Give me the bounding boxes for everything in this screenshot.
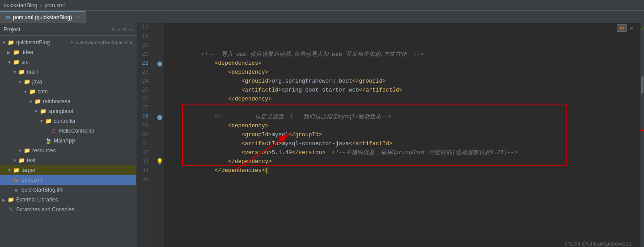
- editor-area: 18 19 20 21 22 23 24 25 26 27 28 29 30 3…: [136, 23, 644, 247]
- tree-label: quickstartBlog.iml: [21, 187, 134, 193]
- sync-icon[interactable]: ⊕: [111, 26, 114, 33]
- gutter-23: [155, 68, 164, 77]
- folder-icon: 📁: [34, 98, 41, 105]
- line-num-22: 22: [136, 59, 151, 68]
- tree-item-test[interactable]: ▼ 📁 test: [0, 155, 136, 165]
- arrow-icon: ▼: [39, 119, 45, 124]
- gutter-32: [155, 148, 164, 157]
- tree-item-resources[interactable]: ▼ 📁 resources: [0, 146, 136, 155]
- tree-item-external-libs[interactable]: ▶ 📁 External Libraries: [0, 195, 136, 205]
- tree-item-controller[interactable]: ▼ 📁 controller: [0, 116, 136, 126]
- tree-label: target: [21, 167, 134, 173]
- comment-text: <!-- 导入 web 项目场景启动器,会自动导入和 web 开发相关依赖,非常…: [201, 51, 424, 58]
- settings-icon[interactable]: ⚙: [123, 26, 127, 33]
- xml-icon: 𝗺: [5, 14, 10, 20]
- line-num-28: 28: [136, 113, 151, 121]
- tree-item-target[interactable]: ▼ 📁 target: [0, 165, 136, 175]
- maven-button[interactable]: 𝗺: [617, 24, 627, 32]
- gutter-33: 💡: [155, 157, 164, 166]
- minimize-icon[interactable]: —: [129, 26, 132, 33]
- tree-item-idea[interactable]: ▶ 📁 .idea: [0, 47, 136, 57]
- gutter-27: [155, 104, 164, 113]
- folder-icon: 📁: [45, 117, 52, 125]
- gutter-19: [155, 32, 164, 41]
- line-num-34: 34: [136, 166, 151, 175]
- iml-icon: ■: [13, 186, 20, 193]
- tab-pom-xml[interactable]: 𝗺 pom.xml (quickstartBlog) ✕: [0, 11, 86, 23]
- folder-icon: 📁: [23, 78, 30, 85]
- tree-label: java: [32, 79, 134, 85]
- class-icon: C: [50, 127, 57, 134]
- code-line-27: <!-- 自定义设置：1 我们自己指定mysql/驱动版本-->: [168, 104, 637, 113]
- tree-item-scratches[interactable]: ✎ Scratches and Consoles: [0, 205, 136, 214]
- tree-item-main[interactable]: ▼ 📁 main: [0, 67, 136, 77]
- scrollbar-thumb[interactable]: [641, 76, 644, 94]
- code-line-35: [168, 175, 637, 184]
- arrow-icon: ▼: [18, 80, 23, 84]
- arrow-icon: ▼: [34, 109, 39, 114]
- tree-label: quickstartBlog: [16, 39, 68, 46]
- line-num-26: 26: [136, 95, 151, 104]
- editor-wrapper: 18 19 20 21 22 23 24 25 26 27 28 29 30 3…: [136, 23, 644, 247]
- tree-label: resources: [32, 147, 134, 154]
- right-scrollbar[interactable]: ✓: [640, 23, 644, 247]
- close-maven-button[interactable]: ✕: [630, 25, 633, 32]
- spring-icon: 🍃: [45, 137, 52, 144]
- tree-label: test: [27, 157, 134, 163]
- line-num-23: 23: [136, 68, 151, 77]
- tree-item-iml[interactable]: ■ quickstartBlog.iml: [0, 185, 136, 195]
- line-num-25: 25: [136, 86, 151, 95]
- sidebar-header: Project ⊕ ≡ ⚙ —: [0, 23, 136, 36]
- tree-label: HelloController: [59, 128, 134, 134]
- sidebar: Project ⊕ ≡ ⚙ — ▼ 📁 quickstartBlog E:\Ja…: [0, 23, 136, 247]
- editor-checkmark: ✓: [640, 23, 644, 33]
- line-num-35: 35: [136, 175, 151, 184]
- gutter-18: [155, 23, 164, 32]
- sidebar-tree: ▼ 📁 quickstartBlog E:\Java\SpringBoot\qu…: [0, 36, 136, 247]
- scratch-icon: ✎: [7, 206, 14, 213]
- tab-close-button[interactable]: ✕: [76, 15, 80, 20]
- maven-toolbar: 𝗺 ✕: [617, 24, 633, 32]
- folder-icon: 📁: [18, 157, 25, 164]
- folder-icon: 📁: [23, 147, 30, 154]
- gutter-26: [155, 95, 164, 104]
- tree-item-main-app[interactable]: 🍃 MainApp: [0, 136, 136, 146]
- line-num-31: 31: [136, 139, 151, 148]
- tree-extra: E:\Java\SpringBoot\quickstar: [71, 40, 134, 45]
- tree-item-src[interactable]: ▼ 📁 src: [0, 57, 136, 67]
- tree-item-pom-xml[interactable]: 𝗺 pom.xml: [0, 175, 136, 185]
- tree-item-rainbowsea[interactable]: ▼ 📁 rainbowsea: [0, 96, 136, 106]
- arrow-icon: ▶: [2, 197, 7, 202]
- arrow-icon: ▼: [7, 168, 13, 173]
- code-line-18: [168, 23, 637, 32]
- line-num-20: 20: [136, 41, 151, 50]
- tree-item-root[interactable]: ▼ 📁 quickstartBlog E:\Java\SpringBoot\qu…: [0, 38, 136, 47]
- gutter-30: [155, 130, 164, 139]
- title-bar: quickstartBlog › pom.xml: [0, 0, 644, 11]
- tree-label: MainApp: [54, 138, 134, 144]
- code-editor[interactable]: 𝗺 ✕ <!-- 导入 web 项目场景启动器,会自动导入和 web 开发相关依…: [164, 23, 640, 247]
- tree-label: main: [27, 69, 134, 75]
- tree-item-java[interactable]: ▼ 📁 java: [0, 77, 136, 87]
- collapse-icon[interactable]: ≡: [117, 26, 120, 33]
- tree-label: com: [38, 88, 134, 95]
- tab-label: pom.xml (quickstartBlog): [13, 14, 72, 21]
- scrollbar-track[interactable]: [640, 33, 644, 247]
- line-num-27: 27: [136, 104, 151, 113]
- scrollbar-marker: [640, 130, 644, 131]
- folder-icon: 📁: [29, 88, 36, 95]
- line-num-18: 18: [136, 23, 151, 32]
- line-num-21: 21: [136, 50, 151, 59]
- tree-item-springboot[interactable]: ▼ 📁 springboot: [0, 106, 136, 116]
- arrow-icon: ▼: [29, 99, 34, 104]
- project-name: quickstartBlog: [4, 2, 37, 8]
- tree-label: Scratches and Consoles: [16, 206, 134, 213]
- tree-item-com[interactable]: ▼ 📁 com: [0, 87, 136, 96]
- tree-item-hello-controller[interactable]: C HelloController: [0, 126, 136, 136]
- code-line-19: [168, 32, 637, 41]
- gutter-21: [155, 50, 164, 59]
- gutter-35: [155, 175, 164, 184]
- folder-icon: 📁: [13, 167, 20, 174]
- arrow-icon: ▼: [18, 148, 23, 153]
- watermark: CSDN @ChinaRainbowSea: [565, 241, 631, 247]
